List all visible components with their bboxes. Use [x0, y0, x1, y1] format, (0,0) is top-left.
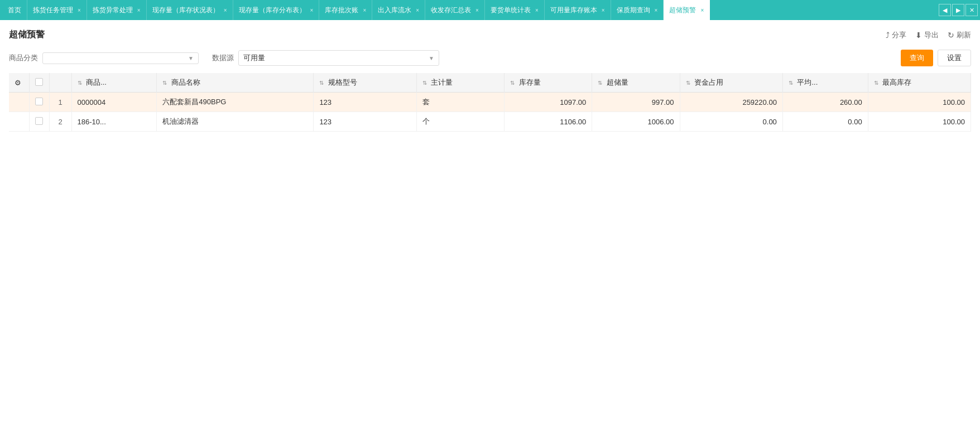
nav-inventory-status[interactable]: 现存量（库存状况表） × [147, 0, 233, 20]
close-icon[interactable]: × [475, 7, 479, 13]
close-icon[interactable]: × [137, 7, 141, 13]
category-select[interactable]: ▼ [42, 52, 199, 64]
nav-collect-summary[interactable]: 收发存汇总表 × [425, 0, 485, 20]
row-checkbox[interactable] [35, 117, 43, 125]
row-product-code: 0000004 [71, 93, 157, 112]
col-product-name[interactable]: ⇅ 商品名称 [157, 73, 314, 93]
close-icon[interactable]: × [416, 7, 419, 13]
col-product-code[interactable]: ⇅ 商品... [71, 73, 157, 93]
settings-button[interactable]: 设置 [938, 50, 971, 66]
share-button[interactable]: ⤴ 分享 [886, 30, 906, 40]
col-rownum [49, 73, 71, 93]
row-max-inventory: 100.00 [868, 93, 971, 112]
sort-icon: ⇅ [78, 80, 82, 86]
col-label: 库存量 [519, 78, 541, 86]
nav-quality-check[interactable]: 保质期查询 × [611, 0, 664, 20]
row-overstock: 997.00 [592, 93, 680, 112]
nav-prev-arrow[interactable]: ◀ [939, 4, 951, 16]
nav-overstock-warning[interactable]: 超储预警 × [664, 0, 710, 20]
nav-close-arrow[interactable]: ✕ [965, 4, 978, 16]
row-capital-occ: 0.00 [680, 112, 782, 132]
row-gear-cell [9, 112, 29, 132]
close-icon[interactable]: × [535, 7, 539, 13]
nav-inventory-dist[interactable]: 现存量（库存分布表） × [233, 0, 320, 20]
refresh-icon: ↻ [948, 31, 954, 40]
filter-row: 商品分类 ▼ 数据源 可用量 ▼ 查询 设置 [9, 50, 971, 66]
sort-icon: ⇅ [598, 80, 602, 86]
share-label: 分享 [892, 30, 906, 40]
row-num-cell: 2 [49, 112, 71, 132]
sort-icon: ⇅ [510, 80, 515, 86]
nav-abnormal-proc[interactable]: 拣货异常处理 × [87, 0, 147, 20]
refresh-button[interactable]: ↻ 刷新 [948, 30, 971, 40]
row-avg: 260.00 [782, 93, 868, 112]
category-filter-group: 商品分类 ▼ [9, 52, 199, 64]
action-buttons: 查询 设置 [901, 50, 971, 66]
col-avg[interactable]: ⇅ 平均... [782, 73, 868, 93]
close-icon[interactable]: × [655, 7, 658, 13]
col-inventory[interactable]: ⇅ 库存量 [504, 73, 592, 93]
table-header-row: ⚙ ⇅ 商品... ⇅ 商品名称 ⇅ 规格型号 [9, 73, 971, 93]
col-capital-occ[interactable]: ⇅ 资金占用 [680, 73, 782, 93]
nav-available-account[interactable]: 可用量库存账本 × [545, 0, 611, 20]
close-icon[interactable]: × [602, 7, 605, 13]
sort-icon: ⇅ [422, 80, 427, 86]
share-icon: ⤴ [886, 31, 890, 40]
nav-label: 出入库流水 [378, 6, 411, 15]
nav-task-mgmt[interactable]: 拣货任务管理 × [27, 0, 87, 20]
col-unit[interactable]: ⇅ 主计量 [416, 73, 504, 93]
query-button[interactable]: 查询 [901, 50, 933, 66]
nav-inout-flow[interactable]: 出入库流水 × [372, 0, 425, 20]
close-icon[interactable]: × [363, 7, 366, 13]
col-checkbox-header[interactable] [29, 73, 49, 93]
page-header: 超储预警 ⤴ 分享 ⬇ 导出 ↻ 刷新 [9, 29, 971, 41]
col-label: 主计量 [431, 78, 453, 86]
row-product-name: 机油滤清器 [157, 112, 314, 132]
gear-icon: ⚙ [15, 79, 21, 87]
nav-label: 可用量库存账本 [550, 6, 597, 15]
row-unit: 个 [416, 112, 504, 132]
row-checkbox[interactable] [35, 98, 43, 105]
row-gear-cell [9, 93, 29, 112]
row-spec: 123 [314, 93, 416, 112]
nav-label: 拣货异常处理 [93, 6, 133, 15]
col-spec[interactable]: ⇅ 规格型号 [314, 73, 416, 93]
row-unit: 套 [416, 93, 504, 112]
refresh-label: 刷新 [957, 30, 971, 40]
row-max-inventory: 100.00 [868, 112, 971, 132]
row-avg: 0.00 [782, 112, 868, 132]
col-label: 资金占用 [694, 78, 723, 86]
close-icon[interactable]: × [310, 7, 314, 13]
nav-batch-account[interactable]: 库存批次账 × [319, 0, 372, 20]
topbar: 首页 拣货任务管理 × 拣货异常处理 × 现存量（库存状况表） × 现存量（库存… [0, 0, 980, 20]
col-max-inventory[interactable]: ⇅ 最高库存 [868, 73, 971, 93]
datasource-select[interactable]: 可用量 ▼ [238, 50, 439, 66]
sort-icon: ⇅ [162, 80, 167, 86]
nav-label: 要货单统计表 [491, 6, 531, 15]
col-overstock[interactable]: ⇅ 超储量 [592, 73, 680, 93]
nav-label: 现存量（库存分布表） [239, 6, 306, 15]
nav-arrows: ◀ ▶ ✕ [939, 4, 978, 16]
close-icon[interactable]: × [78, 7, 81, 13]
row-checkbox-cell[interactable] [29, 93, 49, 112]
close-icon[interactable]: × [700, 7, 704, 13]
nav-home[interactable]: 首页 [2, 0, 27, 20]
row-overstock: 1006.00 [592, 112, 680, 132]
row-checkbox-cell[interactable] [29, 112, 49, 132]
col-label: 规格型号 [328, 78, 357, 86]
nav-next-arrow[interactable]: ▶ [952, 4, 964, 16]
table-row: 2 186-10... 机油滤清器 123 个 1106.00 1006.00 … [9, 112, 971, 132]
nav-order-stats[interactable]: 要货单统计表 × [485, 0, 545, 20]
export-button[interactable]: ⬇ 导出 [915, 30, 939, 40]
nav-label: 收发存汇总表 [431, 6, 471, 15]
row-product-code: 186-10... [71, 112, 157, 132]
row-inventory: 1106.00 [504, 112, 592, 132]
datasource-label: 数据源 [212, 53, 234, 63]
col-label: 商品名称 [171, 78, 200, 86]
datasource-value: 可用量 [243, 53, 265, 63]
chevron-down-icon: ▼ [429, 55, 434, 61]
col-label: 商品... [86, 78, 107, 86]
header-checkbox[interactable] [35, 78, 43, 86]
close-icon[interactable]: × [224, 7, 227, 13]
col-gear[interactable]: ⚙ [9, 73, 29, 93]
